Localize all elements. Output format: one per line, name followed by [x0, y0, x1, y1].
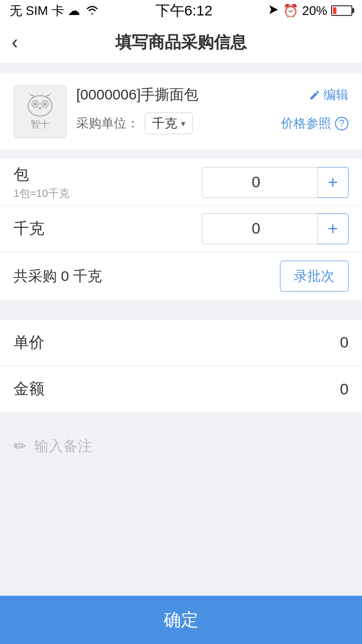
battery-icon — [331, 5, 352, 16]
svg-marker-7 — [28, 93, 35, 97]
kg-input-controls: + — [71, 213, 348, 244]
status-time: 下午6:12 — [155, 1, 212, 21]
kg-input-row: 千克 + — [0, 206, 362, 252]
unit-price-value: 0 — [340, 334, 348, 351]
product-logo: 智十 — [21, 92, 59, 131]
bag-input-row: 包 1包=10千克 + — [0, 159, 362, 206]
bag-input-controls: + — [71, 167, 348, 198]
unit-value: 千克 — [152, 115, 177, 132]
status-left: 无 SIM 卡 ☁ — [10, 2, 99, 19]
total-unit-val: 千克 — [73, 268, 102, 284]
record-batch-button[interactable]: 录批次 — [280, 261, 348, 292]
pencil-icon: ✏ — [14, 437, 27, 455]
product-name-row: [0000006]手撕面包 编辑 — [76, 85, 348, 105]
svg-marker-6 — [38, 106, 42, 109]
amount-label: 金额 — [14, 378, 44, 400]
battery-percent: 20% — [302, 3, 327, 18]
content: 智十 [0000006]手撕面包 编辑 采购单位： 千克 ▾ — [0, 73, 362, 567]
spacer — [0, 470, 362, 567]
input-section: 包 1包=10千克 + 千克 + 共采购 0 千克 录批次 — [0, 159, 362, 300]
unit-price-row: 单价 0 — [0, 320, 362, 366]
unit-dropdown[interactable]: 千克 ▾ — [145, 112, 193, 134]
product-name: [0000006]手撕面包 — [76, 85, 198, 105]
total-prefix: 共采购 — [14, 268, 57, 284]
sim-status: 无 SIM 卡 ☁ — [10, 2, 80, 19]
wifi-icon — [85, 3, 99, 18]
status-right: ⏰ 20% — [268, 3, 352, 18]
kg-quantity-input[interactable] — [202, 213, 318, 244]
help-icon: ? — [335, 117, 348, 130]
total-text: 共采购 0 千克 — [14, 266, 102, 286]
product-image: 智十 — [14, 85, 67, 138]
total-row: 共采购 0 千克 录批次 — [0, 252, 362, 300]
alarm-icon: ⏰ — [283, 3, 298, 18]
svg-marker-0 — [269, 5, 278, 14]
product-card: 智十 [0000006]手撕面包 编辑 采购单位： 千克 ▾ — [0, 73, 362, 150]
bag-label-main: 包 — [14, 164, 71, 185]
confirm-button[interactable]: 确定 — [0, 596, 362, 644]
divider-2 — [0, 300, 362, 310]
logo-text: 智十 — [30, 118, 50, 131]
bag-label-sub: 1包=10千克 — [14, 186, 71, 201]
amount-row: 金额 0 — [0, 366, 362, 412]
product-info: [0000006]手撕面包 编辑 采购单位： 千克 ▾ 价格参照 ? — [76, 85, 348, 134]
location-icon — [268, 3, 279, 18]
unit-price-label: 单价 — [14, 332, 44, 353]
dropdown-arrow-icon: ▾ — [181, 118, 185, 129]
notes-placeholder: 输入备注 — [34, 436, 92, 456]
edit-button[interactable]: 编辑 — [309, 86, 348, 103]
svg-marker-8 — [45, 93, 52, 97]
purchase-unit-row: 采购单位： 千克 ▾ 价格参照 ? — [76, 112, 348, 134]
notes-section[interactable]: ✏ 输入备注 — [0, 422, 362, 470]
kg-label: 千克 — [14, 218, 71, 239]
bag-quantity-input[interactable] — [202, 167, 318, 198]
edit-label: 编辑 — [323, 86, 348, 103]
price-reference-button[interactable]: 价格参照 ? — [281, 115, 348, 132]
total-amount-val: 0 — [61, 268, 69, 284]
status-bar: 无 SIM 卡 ☁ 下午6:12 ⏰ 20% — [0, 0, 362, 21]
svg-point-5 — [43, 102, 46, 106]
price-ref-label: 价格参照 — [281, 115, 331, 132]
purchase-unit-label: 采购单位： — [76, 115, 139, 132]
bag-label: 包 1包=10千克 — [14, 164, 71, 201]
kg-label-main: 千克 — [14, 218, 71, 239]
amount-value: 0 — [340, 380, 348, 398]
kg-plus-button[interactable]: + — [318, 213, 348, 244]
svg-point-1 — [28, 96, 52, 116]
bag-plus-button[interactable]: + — [318, 167, 348, 198]
svg-point-4 — [34, 102, 37, 106]
divider-1 — [0, 150, 362, 159]
nav-bar: ‹ 填写商品采购信息 — [0, 21, 362, 64]
price-section: 单价 0 金额 0 — [0, 320, 362, 412]
back-button[interactable]: ‹ — [12, 31, 18, 53]
page-title: 填写商品采购信息 — [115, 31, 247, 54]
